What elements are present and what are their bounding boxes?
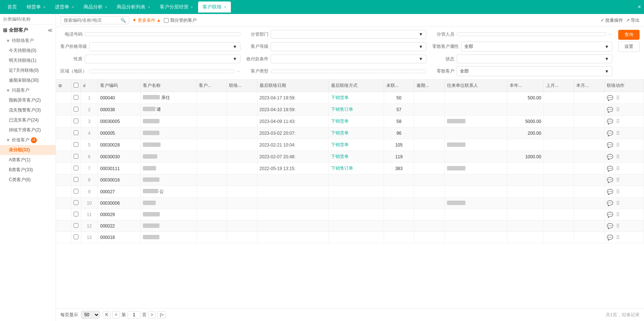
col-type[interactable]: 客户... [196,80,227,92]
col-name[interactable]: 客户名称 [141,80,196,92]
my-customer-check[interactable] [164,18,169,23]
first-page-button[interactable]: K [103,311,111,318]
comment-icon[interactable]: 💬 [607,223,613,229]
apps-icon[interactable]: ⠿ [616,212,620,218]
scattered-select[interactable]: 全部 ▼ [457,66,612,76]
nature-select[interactable]: ▼ [85,54,240,63]
col-code[interactable]: 客户编码 [98,80,141,92]
reset-button[interactable]: 设置 [618,41,640,52]
person-input[interactable] [457,32,606,36]
sidebar-item-declining[interactable]: 持续下滑客户(2) [0,125,56,135]
comment-icon[interactable]: 💬 [607,177,613,183]
search-button[interactable]: 查询 [618,30,640,40]
apps-icon[interactable]: ⠿ [616,189,620,195]
apps-icon[interactable]: ⠿ [616,95,620,101]
col-no-contact[interactable]: 未联... [384,80,414,92]
last-contact-type-link[interactable]: 下销货单 [331,142,349,147]
sidebar-item-7days-pending[interactable]: 近7天待联络(0) [0,66,56,75]
col-last-type[interactable]: 最后联络方式 [329,80,384,92]
row-checkbox[interactable] [74,119,78,123]
tab-customer-contact[interactable]: 客户联络 × [198,1,230,13]
payment-select[interactable]: ▼ [271,54,426,63]
row-checkbox[interactable] [74,95,78,100]
row-checkbox[interactable] [74,177,78,182]
dept-select[interactable]: ▼ [271,30,426,39]
phone-input[interactable] [85,32,240,36]
problem-customer-section[interactable]: ▼ 问题客户 [0,85,56,95]
page-number-input[interactable] [127,311,141,318]
comment-icon[interactable]: 💬 [607,200,613,206]
col-this-month[interactable]: 本月... [574,80,605,92]
col-gear[interactable]: ⚙ [56,80,71,92]
sidebar-item-overdue-pending[interactable]: 逾期未联络(30) [0,75,56,85]
region-input[interactable] [89,70,235,73]
last-contact-type-link[interactable]: 下销货单 [331,119,349,124]
value-customer-section[interactable]: ▼ 价值客户 ↺ [0,135,56,145]
tab-purchase[interactable]: 进货单 × [50,1,78,13]
apps-icon[interactable]: ⠿ [616,166,620,172]
row-checkbox[interactable] [74,189,78,194]
row-checkbox[interactable] [74,212,78,216]
export-button[interactable]: ↗ 导出 [626,17,640,24]
row-checkbox[interactable] [74,200,78,205]
price-level-select[interactable]: ▼ [89,42,240,51]
pending-contact-section[interactable]: ▼ 待联络客户 [0,36,56,46]
col-last-month[interactable]: 上月... [543,80,574,92]
sidebar-item-churn-warning[interactable]: 流失预警客户(3) [0,105,56,115]
tab-home[interactable]: 首页 [3,1,21,13]
tab-sales[interactable]: 销货单 × [22,1,50,13]
close-window-button[interactable]: × [638,4,641,10]
page-size-select[interactable]: 50 100 [81,311,100,319]
comment-icon[interactable]: 💬 [607,154,613,160]
row-checkbox[interactable] [74,234,78,239]
row-checkbox[interactable] [74,166,78,170]
batch-ops-button[interactable]: ✓ 批量操作 [601,17,623,24]
apps-icon[interactable]: ⠿ [616,223,620,229]
sidebar-item-churned[interactable]: 已流失客户(24) [0,115,56,125]
comment-icon[interactable]: 💬 [607,166,613,172]
apps-icon[interactable]: ⠿ [616,200,620,206]
row-checkbox[interactable] [74,142,78,147]
apps-icon[interactable]: ⠿ [616,119,620,124]
close-sales-tab[interactable]: × [43,5,45,9]
last-contact-type-link[interactable]: 下销售订单 [331,166,353,171]
tab-customer-tier[interactable]: 客户分层经营 × [155,1,197,13]
search-input[interactable] [64,18,119,23]
close-purchase-tab[interactable]: × [71,5,74,9]
next-page-button[interactable]: > [148,311,156,318]
col-this-year[interactable]: 本年... [507,80,543,92]
comment-icon[interactable]: 💬 [607,95,613,101]
customer-level-select[interactable]: ▼ [271,42,426,51]
prev-page-button[interactable]: < [112,311,120,318]
all-customers-group[interactable]: ⊞ 全部客户 ≪ [0,25,56,36]
gear-icon[interactable]: ⚙ [58,83,62,88]
last-page-button[interactable]: |> [157,311,166,318]
my-customer-checkbox[interactable]: 我分管的客户 [164,17,197,24]
tab-goods-analysis[interactable]: 商品分析 × [79,1,112,13]
comment-icon[interactable]: 💬 [607,130,613,136]
col-unit-contact[interactable]: 往来单位联系人 [444,80,507,92]
last-contact-type-link[interactable]: 下销货单 [331,130,349,135]
last-contact-type-link[interactable]: 下销货单 [331,95,349,100]
collapse-icon[interactable]: ≪ [47,28,53,33]
row-checkbox[interactable] [74,223,78,228]
apps-icon[interactable]: ⠿ [616,130,620,136]
sidebar-item-today-pending[interactable]: 今天待联络(0) [0,46,56,56]
sidebar-item-class-a[interactable]: A类客户(1) [0,155,56,165]
scattered-attr-select[interactable]: 全部 ▼ [461,42,612,52]
apps-icon[interactable]: ⠿ [616,107,620,113]
row-checkbox[interactable] [74,107,78,112]
more-filter-button[interactable]: ▼ 更多条件 ▲ [132,17,161,24]
comment-icon[interactable]: 💬 [607,107,613,113]
col-last-date[interactable]: 最后联络日期 [257,80,329,92]
last-contact-type-link[interactable]: 下销货单 [331,154,349,159]
comment-icon[interactable]: 💬 [607,142,613,148]
col-overdue[interactable]: 逾期... [414,80,445,92]
search-icon[interactable]: 🔍 [120,18,126,23]
row-checkbox[interactable] [74,130,78,135]
comment-icon[interactable]: 💬 [607,212,613,218]
comment-icon[interactable]: 💬 [607,189,613,195]
comment-icon[interactable]: 💬 [607,234,613,240]
sidebar-item-abnormal[interactable]: 囤购异常客户(2) [0,95,56,105]
sidebar-item-tomorrow-pending[interactable]: 明天待联络(1) [0,56,56,66]
